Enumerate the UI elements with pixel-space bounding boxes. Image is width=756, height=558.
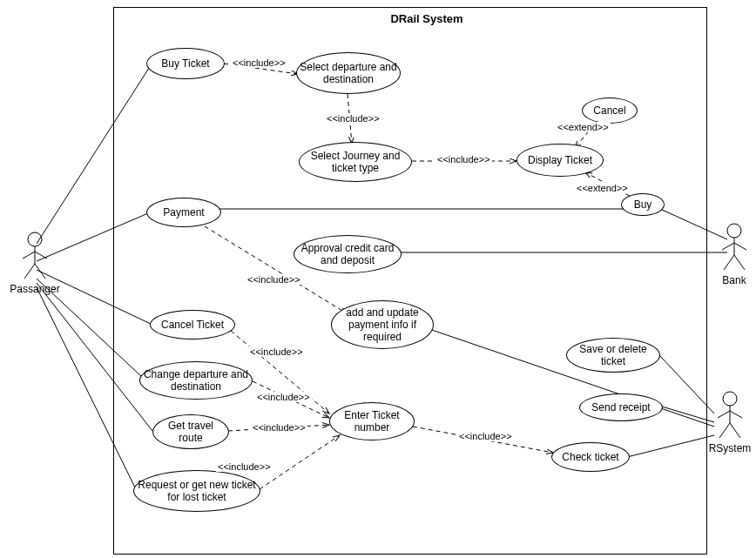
stereo-include: <<include>> xyxy=(325,113,381,124)
usecase-select-journey: Select Journey and ticket type xyxy=(299,142,412,182)
svg-line-34 xyxy=(724,255,734,270)
svg-line-41 xyxy=(730,423,740,438)
actor-bank-label: Bank xyxy=(712,274,756,286)
actor-passenger-label: Passanger xyxy=(4,283,65,295)
usecase-buy: Buy xyxy=(621,193,665,216)
svg-point-30 xyxy=(727,224,741,238)
usecase-save-delete: Save or delete ticket xyxy=(566,338,660,373)
usecase-cancel-ticket: Cancel Ticket xyxy=(150,310,235,340)
svg-line-39 xyxy=(730,411,742,418)
stereo-extend: <<extend>> xyxy=(556,122,611,132)
usecase-cancel: Cancel xyxy=(582,97,638,124)
svg-line-28 xyxy=(24,264,35,279)
stereo-include: <<include>> xyxy=(216,461,273,472)
usecase-buy-ticket: Buy Ticket xyxy=(146,48,225,79)
svg-point-36 xyxy=(723,392,737,406)
stereo-include: <<include>> xyxy=(248,346,305,357)
stereo-include: <<include>> xyxy=(251,422,307,433)
usecase-get-route: Get travel route xyxy=(152,414,229,449)
system-title: DRail System xyxy=(366,12,488,25)
stereo-include: <<include>> xyxy=(255,392,312,402)
svg-line-35 xyxy=(734,255,745,270)
stereo-include: <<include>> xyxy=(435,154,492,165)
stereo-include: <<include>> xyxy=(231,57,287,68)
svg-line-29 xyxy=(35,264,45,279)
svg-line-33 xyxy=(734,243,746,250)
usecase-change-dep: Change departure and destination xyxy=(139,361,253,400)
svg-line-38 xyxy=(718,411,730,418)
usecase-select-dep-dest: Select departure and destination xyxy=(296,52,401,94)
usecase-enter-tn: Enter Ticket number xyxy=(329,402,415,440)
actor-passenger: Passanger xyxy=(4,231,65,295)
usecase-payment: Payment xyxy=(146,198,221,227)
stereo-extend: <<extend>> xyxy=(575,183,630,193)
usecase-display-ticket: Display Ticket xyxy=(516,144,604,177)
svg-line-32 xyxy=(722,243,734,250)
svg-line-26 xyxy=(23,252,35,259)
usecase-send-receipt: Send receipt xyxy=(579,393,663,421)
usecase-approval: Approval credit card and deposit xyxy=(294,235,402,273)
actor-rsystem: RSystem xyxy=(704,390,756,454)
svg-line-27 xyxy=(35,252,47,259)
stereo-include: <<include>> xyxy=(457,431,514,441)
usecase-add-update: add and update payment info if required xyxy=(331,300,434,349)
actor-icon xyxy=(712,390,747,440)
usecase-request-lost: Request or get new ticket for lost ticke… xyxy=(133,470,260,512)
stereo-include: <<include>> xyxy=(246,274,302,285)
actor-bank: Bank xyxy=(712,222,756,286)
svg-line-40 xyxy=(719,423,730,438)
svg-point-24 xyxy=(28,232,42,246)
actor-icon xyxy=(17,231,52,281)
usecase-check-ticket: Check ticket xyxy=(551,442,630,472)
diagram-canvas: DRail System xyxy=(0,0,756,558)
actor-icon xyxy=(717,222,752,272)
actor-rsystem-label: RSystem xyxy=(704,442,756,454)
